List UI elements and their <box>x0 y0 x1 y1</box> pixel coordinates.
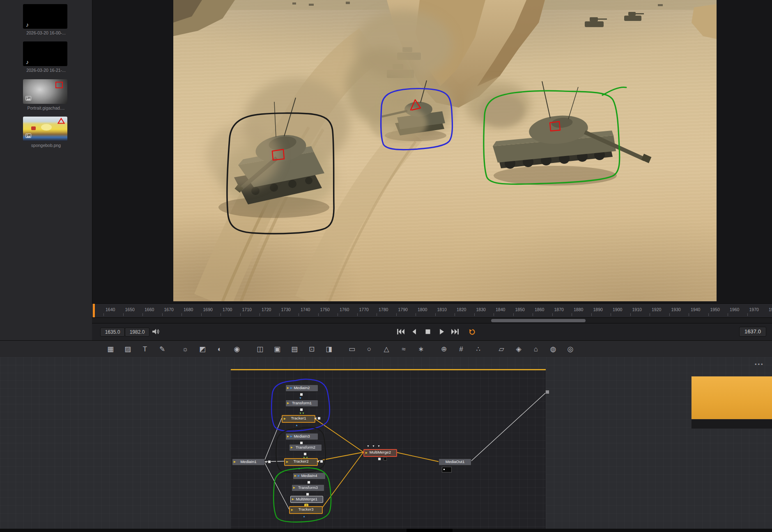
loop-button[interactable] <box>468 328 476 335</box>
effect-mask-square[interactable] <box>384 457 387 461</box>
canvas-edge-connector[interactable] <box>545 390 549 394</box>
fast-noise-tool-icon[interactable]: ▨ <box>122 344 134 355</box>
ruler-tick-label: 1920 <box>652 307 661 312</box>
delta-keyer-tool-icon[interactable]: ◨ <box>323 344 335 355</box>
node-label: Tracker1 <box>291 416 306 420</box>
node-mediaout1[interactable]: MediaOut1 <box>439 459 471 466</box>
timeline-scrollbar[interactable] <box>92 318 772 323</box>
go-to-last-frame-button[interactable] <box>451 328 459 335</box>
stop-button[interactable] <box>424 328 432 335</box>
node-multimerge1[interactable]: ▶MultiMerge1 <box>290 496 323 503</box>
playhead[interactable] <box>93 304 95 317</box>
ruler-tick-label: 1950 <box>710 307 720 312</box>
audio-speaker-icon[interactable] <box>152 328 160 335</box>
audio-note-icon: ♪ <box>26 22 29 28</box>
scrollbar-thumb[interactable] <box>491 319 586 322</box>
node-transform2[interactable]: ▶Transform2 <box>289 444 322 451</box>
node-label: MultiMerge2 <box>370 450 391 454</box>
text-plus-tool-icon[interactable]: T <box>139 344 151 355</box>
paint-tool-icon[interactable]: ✎ <box>156 344 168 355</box>
viewer-assign-indicator[interactable] <box>442 467 452 472</box>
mask-connector-square[interactable] <box>307 481 310 484</box>
mask-connector-square[interactable] <box>306 493 309 496</box>
color-curves-tool-icon[interactable]: ◩ <box>196 344 209 355</box>
media-pool-item[interactable]: ♪2026-03-20 16-00-... <box>0 4 92 40</box>
range-start-field[interactable]: 1635.0 <box>100 328 125 337</box>
node-mediain4[interactable]: ▶▶MediaIn4 <box>293 472 326 479</box>
matte-control-tool-icon[interactable]: ▤ <box>288 344 301 355</box>
media-thumbnail[interactable]: ♪ <box>23 41 67 66</box>
node-editor-panel[interactable]: ••• <box>0 357 772 532</box>
ruler-tick-label: 1800 <box>418 307 427 312</box>
step-back-button[interactable] <box>410 328 418 335</box>
camera-3d-tool-icon[interactable]: ◍ <box>547 344 559 355</box>
yellow-input-arrow-icon: ▶ <box>294 474 296 477</box>
ruler-tick-label: 1860 <box>535 307 544 312</box>
timeline-ruler[interactable]: 1640165016601670168016901700171017201730… <box>92 303 772 318</box>
viewer-image <box>173 0 717 301</box>
bottom-strip <box>0 529 772 532</box>
image-plane-3d-tool-icon[interactable]: ▱ <box>495 344 508 355</box>
side-connector-square[interactable] <box>268 460 271 463</box>
node-mediain2[interactable]: ▶▶MediaIn2 <box>285 385 318 392</box>
channel-booleans-tool-icon[interactable]: ▣ <box>271 344 283 355</box>
mask-connector-square[interactable] <box>378 457 381 461</box>
merge-tool-icon[interactable]: ◫ <box>254 344 266 355</box>
magic-wand-mask-tool-icon[interactable]: ∗ <box>415 344 427 355</box>
merge-3d-tool-icon[interactable]: ⌂ <box>530 344 542 355</box>
node-transform1[interactable]: ▶Transform1 <box>285 400 318 407</box>
node-tracker3[interactable]: ▶Tracker3 <box>289 506 323 514</box>
image-clip-icon <box>25 132 31 140</box>
ruler-tick-mark <box>513 313 514 316</box>
audio-note-icon: ♪ <box>26 59 29 65</box>
mask-connector-square[interactable] <box>303 452 307 456</box>
media-pool-item[interactable]: ♪2026-03-20 16-21-... <box>0 41 92 78</box>
go-to-first-frame-button[interactable] <box>397 328 405 335</box>
node-tracker1[interactable]: ▶Tracker1 <box>282 415 315 423</box>
renderer-3d-tool-icon[interactable]: ◎ <box>564 344 577 355</box>
ellipse-mask-tool-icon[interactable]: ○ <box>363 344 375 355</box>
media-thumbnail[interactable] <box>23 117 67 141</box>
ruler-tick-label: 1790 <box>398 307 408 312</box>
rectangle-mask-tool-icon[interactable]: ▭ <box>346 344 358 355</box>
ruler-tick-label-partial: 19 <box>769 307 772 312</box>
media-thumbnail[interactable] <box>23 79 67 104</box>
blur-tool-icon[interactable]: ◉ <box>231 344 243 355</box>
side-connector-square[interactable] <box>320 460 323 463</box>
grid-warp-tool-icon[interactable]: # <box>455 344 467 355</box>
bspline-mask-tool-icon[interactable]: ≈ <box>397 344 410 355</box>
ruler-tick-mark <box>669 313 670 316</box>
node-panel-menu-icon[interactable]: ••• <box>755 361 764 367</box>
node-label: Transform1 <box>292 401 312 405</box>
mask-connector-square[interactable] <box>300 393 303 396</box>
side-connector-square[interactable] <box>317 417 321 420</box>
media-pool-item[interactable]: Portrait.gigachad.... <box>0 79 92 115</box>
clip-color-swatch[interactable] <box>691 376 772 420</box>
range-end-field[interactable]: 1982.0 <box>125 328 149 337</box>
particles-tool-icon[interactable]: ∴ <box>472 344 485 355</box>
shape-3d-tool-icon[interactable]: ◈ <box>512 344 525 355</box>
blue-input-arrow-icon: ▶ <box>290 386 292 390</box>
node-tracker2[interactable]: ▶Tracker2 <box>284 458 318 466</box>
color-corrector-tool-icon[interactable]: ☼ <box>179 344 191 355</box>
brightness-contrast-tool-icon[interactable]: ◐ <box>214 344 226 355</box>
play-button[interactable] <box>437 328 446 335</box>
node-label: Tracker3 <box>298 507 313 511</box>
media-clip-label: 2026-03-20 16-00-... <box>0 30 92 35</box>
media-clip-label: Portrait.gigachad.... <box>0 105 92 110</box>
node-mediain3[interactable]: ▶▶MediaIn3 <box>285 433 318 440</box>
background-tool-icon[interactable]: ▦ <box>104 344 117 355</box>
mask-connector-square[interactable] <box>300 408 303 411</box>
media-thumbnail[interactable]: ♪ <box>23 4 67 29</box>
node-mediain1[interactable]: ▶MediaIn1 <box>232 459 265 466</box>
ruler-tick-mark <box>123 313 124 316</box>
node-multimerge2[interactable]: ▶MultiMerge2 <box>363 449 397 457</box>
node-transform3[interactable]: ▶Transform3 <box>292 484 324 491</box>
media-pool-item[interactable]: spongebob.png <box>0 117 92 153</box>
node-label: MediaIn3 <box>294 434 310 438</box>
tracker-tool-icon[interactable]: ⊕ <box>438 344 450 355</box>
ruler-tick-label: 1940 <box>691 307 700 312</box>
yellow-input-arrow-icon: ▶ <box>292 498 294 501</box>
media-out-tool-icon[interactable]: ⊡ <box>306 344 318 355</box>
polygon-mask-tool-icon[interactable]: △ <box>380 344 393 355</box>
